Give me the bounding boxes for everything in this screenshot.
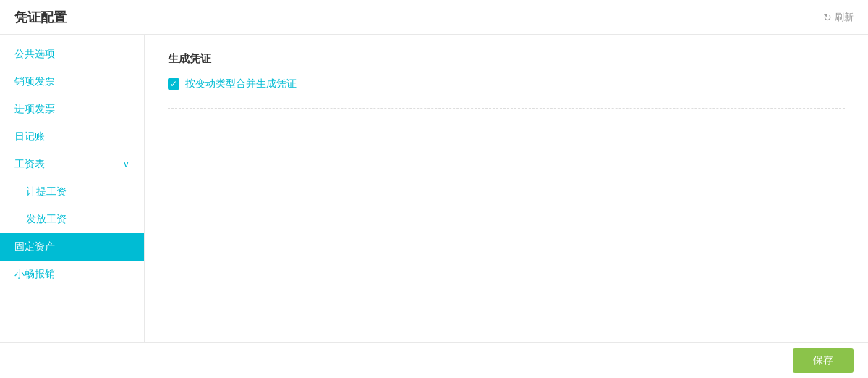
sidebar-item-public[interactable]: 公共选项 bbox=[0, 41, 144, 68]
checkbox-row: ✓ 按变动类型合并生成凭证 bbox=[168, 77, 845, 91]
sidebar-item-label: 日记账 bbox=[14, 130, 45, 143]
page-footer: 保存 bbox=[0, 342, 868, 378]
sidebar-item-expense[interactable]: 小畅报销 bbox=[0, 261, 144, 288]
sidebar-item-purchase-invoice[interactable]: 进项发票 bbox=[0, 96, 144, 123]
sidebar-item-journal[interactable]: 日记账 bbox=[0, 123, 144, 151]
refresh-button[interactable]: ↻ 刷新 bbox=[823, 11, 854, 24]
content-area: 生成凭证 ✓ 按变动类型合并生成凭证 bbox=[145, 35, 868, 342]
sidebar-item-label: 固定资产 bbox=[14, 240, 55, 253]
sidebar-item-label: 工资表 bbox=[14, 158, 45, 171]
sidebar-item-label: 计提工资 bbox=[26, 185, 67, 198]
merge-checkbox[interactable]: ✓ bbox=[168, 78, 179, 90]
refresh-label: 刷新 bbox=[835, 11, 854, 24]
page-header: 凭证配置 ↻ 刷新 bbox=[0, 0, 868, 35]
main-content: 公共选项销项发票进项发票日记账工资表∨计提工资发放工资固定资产小畅报销 生成凭证… bbox=[0, 35, 868, 342]
sidebar-item-calc-payroll[interactable]: 计提工资 bbox=[0, 178, 144, 206]
page-title: 凭证配置 bbox=[14, 9, 67, 26]
sidebar-item-payroll[interactable]: 工资表∨ bbox=[0, 151, 144, 178]
sidebar-item-fixed-assets[interactable]: 固定资产 bbox=[0, 233, 144, 261]
sidebar-item-label: 公共选项 bbox=[14, 48, 55, 61]
checkmark-icon: ✓ bbox=[170, 80, 177, 88]
sidebar-item-label: 进项发票 bbox=[14, 103, 55, 116]
sidebar-item-sales-invoice[interactable]: 销项发票 bbox=[0, 68, 144, 96]
chevron-down-icon: ∨ bbox=[123, 159, 129, 169]
sidebar-item-pay-payroll[interactable]: 发放工资 bbox=[0, 206, 144, 233]
section-divider bbox=[168, 108, 845, 109]
sidebar-item-label: 小畅报销 bbox=[14, 268, 55, 281]
section-title: 生成凭证 bbox=[168, 52, 845, 66]
checkbox-label[interactable]: 按变动类型合并生成凭证 bbox=[185, 77, 297, 91]
sidebar: 公共选项销项发票进项发票日记账工资表∨计提工资发放工资固定资产小畅报销 bbox=[0, 35, 145, 342]
save-button[interactable]: 保存 bbox=[793, 348, 854, 373]
refresh-icon: ↻ bbox=[823, 12, 832, 23]
sidebar-item-label: 销项发票 bbox=[14, 75, 55, 88]
sidebar-item-label: 发放工资 bbox=[26, 213, 67, 226]
